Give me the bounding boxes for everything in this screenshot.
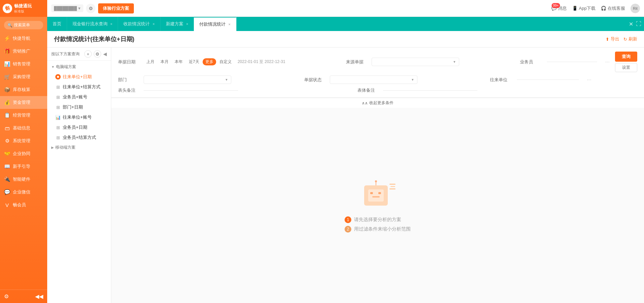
sidebar-item-membership[interactable]: V 畅会员 — [0, 199, 47, 211]
filter-settings-button[interactable]: 设置 — [615, 63, 637, 72]
finance-icon: 💰 — [4, 99, 10, 105]
scheme-item-partner-account[interactable]: 📊 往来单位+账号 — [47, 112, 111, 122]
trial-btn[interactable]: 体验行业方案 — [98, 3, 134, 13]
search-menu-button[interactable]: 🔍 搜索菜单 — [4, 21, 43, 29]
topbar-settings-button[interactable]: ⚙ — [86, 4, 95, 13]
scheme-item-partner-date[interactable]: 往来单位+日期 — [47, 72, 111, 82]
scheme-item-dept-date[interactable]: ⊞ 部门+日期 — [47, 102, 111, 112]
user-avatar[interactable]: Rit — [631, 4, 640, 13]
sidebar-search-area[interactable]: 🔍 搜索菜单 — [0, 18, 47, 32]
collapse-more-label: 收起更多条件 — [369, 100, 393, 106]
partner-filter-label: 往来单位 — [490, 77, 510, 83]
tab-payment-stats[interactable]: 付款情况统计 × — [194, 17, 236, 31]
tab-home[interactable]: 首页 — [47, 17, 67, 31]
scheme-item-staff-account[interactable]: ⊞ 业务员+账号 — [47, 92, 111, 102]
purchase-icon: 🛒 — [4, 74, 10, 80]
mobile-scheme-group[interactable]: ▶ 移动端方案 — [47, 143, 111, 152]
date-tab-last-month[interactable]: 上月 — [144, 58, 157, 66]
tabbar-close-btn[interactable]: ✕ — [629, 21, 633, 27]
sidebar-item-cooperation[interactable]: 🤝 企业协同 — [0, 147, 47, 160]
tab-new-scheme[interactable]: 新建方案 × — [160, 17, 194, 31]
sidebar-item-smart-hw[interactable]: 🔌 智能硬件 — [0, 173, 47, 186]
sidebar-item-finance[interactable]: 💰 资金管理 — [0, 96, 47, 109]
sidebar-item-marketing[interactable]: 🎁 营销推广 — [0, 45, 47, 58]
tab-payment-stats-close[interactable]: × — [228, 22, 230, 26]
date-tab-this-year[interactable]: 本年 — [172, 58, 185, 66]
scheme-item-partner-settlement-label: 往来单位+结算方式 — [63, 84, 100, 90]
online-service-button[interactable]: 🎧 在线客服 — [601, 5, 625, 11]
tab-bank-flow-close[interactable]: × — [110, 22, 112, 26]
scheme-item-partner-date-label: 往来单位+日期 — [63, 74, 92, 80]
sidebar-item-basic-info[interactable]: 🗃 基础信息 — [0, 122, 47, 134]
svg-rect-7 — [389, 184, 396, 185]
app-download-label: App下载 — [579, 5, 595, 11]
date-tab-last-7[interactable]: 近7天 — [186, 58, 202, 66]
collapse-more-button[interactable]: ∧∧ 收起更多条件 — [362, 100, 393, 106]
scheme-panel: 按以下方案查询 + ⚙ ◀ ▼ 电脑端方案 — [47, 48, 111, 303]
tabbar-actions: ✕ ⛶ — [626, 17, 644, 31]
tab-new-scheme-close[interactable]: × — [186, 22, 188, 26]
header-note-input[interactable] — [144, 90, 238, 91]
partner-input-area[interactable] — [517, 80, 579, 80]
sidebar-item-guide-label: 新手引导 — [13, 163, 30, 170]
content: 付款情况统计(往来单位+日期) ⬆ 导出 ↻ 刷新 按以下方案查询 — [47, 31, 644, 303]
desktop-scheme-group[interactable]: ▼ 电脑端方案 — [47, 62, 111, 72]
date-tabs: 上月 本月 本年 近7天 更多 自定义 2022-01-01 至 2022-12… — [144, 58, 285, 66]
tabbar: 首页 现金银行流水查询 × 收款情况统计 × 新建方案 × 付款情况统计 × ✕… — [47, 17, 644, 31]
app-download-button[interactable]: 📱 App下载 — [572, 5, 595, 11]
tab-bank-flow[interactable]: 现金银行流水查询 × — [67, 17, 118, 31]
date-filter-label: 单据日期 — [118, 59, 138, 65]
sidebar-collapse-icon[interactable]: ◀◀ — [35, 293, 43, 300]
online-service-icon: 🎧 — [601, 6, 606, 11]
doc-status-select[interactable]: ▾ — [330, 75, 417, 84]
scheme-panel-collapse-button[interactable]: ◀ — [103, 51, 107, 57]
hint-number-1: 1 — [345, 216, 351, 223]
tabbar-expand-btn[interactable]: ⛶ — [636, 21, 641, 27]
sidebar-settings-icon[interactable]: ⚙ — [4, 293, 9, 300]
body-note-input[interactable] — [383, 90, 477, 91]
staff-more-icon[interactable]: ··· — [605, 59, 610, 65]
guide-icon: 📖 — [4, 163, 10, 170]
scheme-settings-button[interactable]: ⚙ — [94, 50, 101, 58]
sidebar-item-guide[interactable]: 📖 新手引导 — [0, 160, 47, 173]
scheme-item-partner-settlement[interactable]: ⊞ 往来单位+结算方式 — [47, 82, 111, 92]
scheme-item-staff-settlement[interactable]: ⊞ 业务员+结算方式 — [47, 132, 111, 143]
topbar-right-actions: 💬 99+ 消息 📱 App下载 🎧 在线客服 Rit — [551, 4, 640, 13]
source-doc-select[interactable]: ▾ — [372, 58, 459, 66]
message-button[interactable]: 💬 99+ 消息 — [551, 5, 567, 11]
sidebar-item-purchase[interactable]: 🛒 采购管理 — [0, 70, 47, 83]
sidebar: 畅 畅捷通玩 标准版 🔍 搜索菜单 ⚡ 快捷导航 🎁 营销推广 📊 销售管理 🛒… — [0, 0, 47, 303]
refresh-button[interactable]: ↻ 刷新 — [623, 36, 637, 42]
scheme-item-staff-date[interactable]: ⊞ 业务员+日期 — [47, 122, 111, 132]
tab-payment-stats-label: 付款情况统计 — [199, 21, 226, 27]
query-button[interactable]: 查询 — [615, 52, 637, 62]
export-button[interactable]: ⬆ 导出 — [606, 36, 619, 42]
sidebar-item-system[interactable]: ⚙ 系统管理 — [0, 134, 47, 147]
empty-hints: 1 请先选择要分析的方案 2 用过滤条件来缩小分析范围 — [345, 216, 411, 233]
partner-more-icon[interactable]: ··· — [587, 77, 591, 83]
mobile-group-arrow: ▶ — [51, 146, 54, 149]
tab-collection-stats-close[interactable]: × — [152, 22, 154, 26]
scheme-add-button[interactable]: + — [84, 50, 92, 58]
date-tab-more[interactable]: 更多 — [203, 58, 216, 65]
svg-rect-4 — [372, 196, 380, 198]
empty-state: 1 请先选择要分析的方案 2 用过滤条件来缩小分析范围 — [111, 108, 644, 303]
filter-area: 单据日期 上月 本月 本年 近7天 更多 自定义 2022-01-01 至 20… — [111, 48, 644, 98]
scheme-table-icon-4: ⊞ — [55, 125, 61, 130]
date-tab-this-month[interactable]: 本月 — [158, 58, 171, 66]
staff-input-area[interactable] — [547, 62, 597, 62]
sidebar-item-inventory[interactable]: 📦 库存核算 — [0, 83, 47, 96]
sidebar-item-cooperation-label: 企业协同 — [13, 151, 30, 157]
sidebar-item-wechat[interactable]: 💬 企业微信 — [0, 186, 47, 199]
tab-collection-stats[interactable]: 收款情况统计 × — [118, 17, 160, 31]
sidebar-item-quick-nav[interactable]: ⚡ 快捷导航 — [0, 32, 47, 45]
sidebar-item-operations[interactable]: 📋 经营管理 — [0, 109, 47, 122]
sidebar-item-marketing-label: 营销推广 — [13, 48, 30, 54]
scheme-table-icon-5: ⊞ — [55, 135, 61, 140]
dept-select[interactable]: ▾ — [144, 75, 231, 84]
sidebar-item-sales[interactable]: 📊 销售管理 — [0, 58, 47, 70]
sidebar-nav: 🔍 搜索菜单 ⚡ 快捷导航 🎁 营销推广 📊 销售管理 🛒 采购管理 📦 库存核… — [0, 17, 47, 290]
topbar: ████████ ▾ ⚙ 体验行业方案 💬 99+ 消息 📱 App下载 🎧 在… — [47, 0, 644, 17]
account-selector[interactable]: ████████ ▾ — [51, 4, 83, 12]
date-tab-custom[interactable]: 自定义 — [217, 58, 234, 66]
